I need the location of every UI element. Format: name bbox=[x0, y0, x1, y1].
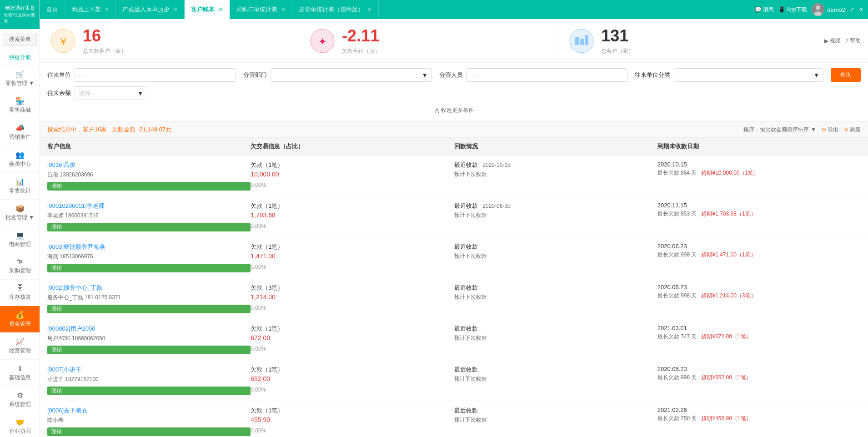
sidebar-item-marketing[interactable]: 📣 营销推广 bbox=[0, 119, 40, 146]
filter-input-from-unit[interactable]: ··· bbox=[75, 68, 236, 82]
debt-amount-001[interactable]: 1,703.68 bbox=[251, 211, 454, 219]
customer-name-link-0002[interactable]: [0002]服务中心_丁磊 bbox=[47, 284, 251, 292]
message-icon: 💬 bbox=[755, 6, 762, 13]
tab-close-product-off[interactable]: ✕ bbox=[105, 6, 109, 13]
refresh-button[interactable]: ↻ 刷新 bbox=[844, 126, 861, 134]
customer-name-link-0006[interactable]: [0006]去下粮仓 bbox=[47, 407, 251, 415]
customer-info-0006: [0006]去下粮仓 陈小希 现销 bbox=[47, 407, 251, 436]
overdue-date-0007: 2020.06.23 bbox=[657, 366, 861, 372]
user-area[interactable]: demo2 bbox=[812, 3, 845, 16]
tab-product-history[interactable]: 产成品入库单历史 ✕ bbox=[116, 0, 185, 19]
overdue-link-000002[interactable]: 超期¥672.00（1笔） bbox=[701, 333, 751, 340]
debt-amount-0016[interactable]: 10,000.00 bbox=[251, 171, 454, 178]
tab-close-customer-account[interactable]: ✕ bbox=[218, 6, 223, 13]
quick-nav[interactable]: 快捷导航 bbox=[0, 50, 40, 65]
stat-icon-total-customers bbox=[569, 29, 594, 53]
filter-input-person[interactable]: ··· bbox=[467, 68, 628, 82]
customer-name-link-0007[interactable]: [0007]小进干 bbox=[47, 366, 251, 374]
search-button[interactable]: 查询 bbox=[831, 68, 861, 82]
filter-item-person: 分管人员 ··· bbox=[439, 68, 628, 82]
search-menu-button[interactable]: 搜索菜单 bbox=[3, 33, 37, 46]
debt-amount-0007[interactable]: 652.00 bbox=[251, 375, 454, 382]
overdue-info-0006: 2021.02.26 最长欠款 750 天 超期¥455.90（1笔） bbox=[657, 407, 861, 436]
debt-percent-0006: 0.00% bbox=[251, 427, 454, 434]
sidebar-item-basic-info[interactable]: ℹ 基础信息 bbox=[0, 360, 40, 387]
tab-product-off[interactable]: 商品上下架 ✕ bbox=[65, 0, 116, 19]
col-header-payback: 回款情况 bbox=[454, 142, 657, 151]
tab-home[interactable]: 首页 bbox=[40, 0, 65, 19]
message-button[interactable]: 💬 消息 bbox=[755, 6, 774, 14]
tab-purchase-summary[interactable]: 采购订单统计表 ✕ bbox=[230, 0, 292, 19]
payback-info-001: 最近收款 2020-06-30 预计下次收款 bbox=[454, 202, 657, 231]
sidebar-item-purchase[interactable]: 🛍 采购管理 bbox=[0, 253, 40, 280]
sidebar-item-ecommerce[interactable]: 💻 电商管理 bbox=[0, 226, 40, 253]
expand-button[interactable]: ⤢ bbox=[850, 6, 854, 13]
stats-bar: ¥ 16 总欠款客户（家） ✦ -2.11 欠款合计（万） bbox=[40, 19, 868, 63]
sidebar-search-area[interactable]: 搜索菜单 bbox=[0, 29, 40, 50]
sidebar-item-retail-mgmt[interactable]: 🛒 零售管理 ▼ bbox=[0, 65, 40, 92]
debt-info-0003: 欠款（1笔） 1,471.00 0.00% bbox=[251, 243, 454, 272]
collapse-button[interactable]: ⋀ 收起更多条件 bbox=[435, 106, 474, 114]
minimize-button[interactable]: ✕ bbox=[859, 6, 863, 13]
stats-bar-actions: ▶ 视频 ? 帮助 bbox=[817, 19, 868, 62]
debt-percent-000002: 0.00% bbox=[251, 346, 454, 352]
chevron-up-icon: ⋀ bbox=[435, 107, 439, 114]
tab-close-product-history[interactable]: ✕ bbox=[173, 6, 178, 13]
overdue-link-0016[interactable]: 超期¥10,000.00（1笔） bbox=[701, 170, 759, 176]
sidebar-item-finance[interactable]: 💰 资金管理 bbox=[0, 306, 40, 333]
debt-amount-000002[interactable]: 672.00 bbox=[251, 334, 454, 342]
debt-count-000002: 欠款（1笔） bbox=[251, 325, 454, 333]
customer-name-link-000002[interactable]: [000002]用户2050 bbox=[47, 325, 251, 333]
customer-name-link-001[interactable]: [00010200001]李老师 bbox=[47, 202, 251, 210]
payback-info-000002: 最近收款 预计下次收款 bbox=[454, 325, 657, 354]
table-header: 客户信息 欠交易信息（占比） 回款情况 到期未收款日期 bbox=[40, 138, 868, 156]
ecommerce-icon: 💻 bbox=[3, 231, 37, 240]
customer-info-000002: [000002]用户2050 用户2050 18665062050 现销 bbox=[47, 325, 251, 354]
overdue-date-001: 2020.11.15 bbox=[657, 202, 861, 209]
tab-customer-account[interactable]: 客户账本 ✕ bbox=[185, 0, 230, 19]
customer-tag-0016: 现销 bbox=[47, 182, 251, 191]
sidebar-item-system[interactable]: ⚙ 系统管理 bbox=[0, 387, 40, 413]
sidebar-nav: 🛒 零售管理 ▼ 🏪 零售商城 📣 营销推广 👥 会员中心 📊 零售统计 📦 批… bbox=[0, 65, 40, 437]
stat-info-customers-owed: 16 总欠款客户（家） bbox=[83, 26, 126, 55]
debt-amount-0003[interactable]: 1,471.00 bbox=[251, 252, 454, 260]
filter-label-dept: 分管部门 bbox=[243, 71, 267, 79]
video-button[interactable]: ▶ 视频 bbox=[824, 37, 841, 45]
tab-purchase-stats[interactable]: 进货单统计表（按商品） ✕ bbox=[292, 0, 379, 19]
svg-text:✦: ✦ bbox=[318, 35, 326, 47]
tab-close-purchase-stats[interactable]: ✕ bbox=[367, 6, 372, 13]
sidebar-item-retail-store[interactable]: 🏪 零售商城 bbox=[0, 92, 40, 119]
app-title: 畅捷通好生意 bbox=[5, 5, 35, 11]
tab-close-purchase-summary[interactable]: ✕ bbox=[281, 6, 286, 13]
help-button[interactable]: ? 帮助 bbox=[845, 37, 861, 45]
customer-phone-0016: 吕俊 13026203696 bbox=[47, 171, 251, 179]
overdue-link-001[interactable]: 超期¥1,703.68（1笔） bbox=[701, 211, 756, 217]
sidebar-item-operation[interactable]: 📈 经营管理 bbox=[0, 333, 40, 360]
customer-tag-0002: 现销 bbox=[47, 305, 251, 313]
debt-amount-0002[interactable]: 1,214.00 bbox=[251, 293, 454, 301]
overdue-date-0003: 2020.06.23 bbox=[657, 243, 861, 250]
system-icon: ⚙ bbox=[3, 391, 37, 400]
stat-icon-customers-owed: ¥ bbox=[51, 29, 75, 53]
result-sort[interactable]: 排序：按欠款金额倒序排序 ▼ bbox=[743, 126, 816, 134]
filter-select-unit-class[interactable]: ▼ bbox=[674, 68, 823, 82]
export-button[interactable]: ⊙ 导出 bbox=[822, 126, 838, 134]
sidebar-item-enterprise[interactable]: 🤝 企业协同 bbox=[0, 413, 40, 437]
overdue-link-0006[interactable]: 超期¥455.90（1笔） bbox=[701, 415, 751, 422]
overdue-link-0007[interactable]: 超期¥652.00（1笔） bbox=[701, 374, 751, 381]
debt-amount-0006[interactable]: 455.90 bbox=[251, 416, 454, 423]
customer-name-link-0016[interactable]: [0016]吕俊 bbox=[47, 161, 251, 169]
sidebar-item-retail-stats[interactable]: 📊 零售统计 bbox=[0, 173, 40, 200]
sidebar-item-member[interactable]: 👥 会员中心 bbox=[0, 146, 40, 173]
table-row: [00010200001]李老师 李老师 18600391516 现销 欠款（1… bbox=[40, 196, 868, 237]
app-download-button[interactable]: 📱 App下载 bbox=[778, 6, 807, 14]
filter-select-dept[interactable]: ▼ bbox=[271, 68, 432, 82]
sidebar-item-wholesale-mgmt[interactable]: 📦 批发管理 ▼ bbox=[0, 200, 40, 226]
sidebar-item-inventory[interactable]: 🗄 库存核算 bbox=[0, 280, 40, 306]
filter-select-balance[interactable]: 选择... ▼ bbox=[75, 86, 147, 100]
wholesale-mgmt-icon: 📦 bbox=[3, 204, 37, 213]
overdue-link-0002[interactable]: 超期¥1,214.00（3笔） bbox=[701, 292, 756, 299]
overdue-link-0003[interactable]: 超期¥1,471.00（1笔） bbox=[701, 251, 756, 258]
debt-count-0016: 欠款（1笔） bbox=[251, 161, 454, 169]
customer-name-link-0003[interactable]: [0003]畅捷服务尹海燕 bbox=[47, 243, 251, 251]
